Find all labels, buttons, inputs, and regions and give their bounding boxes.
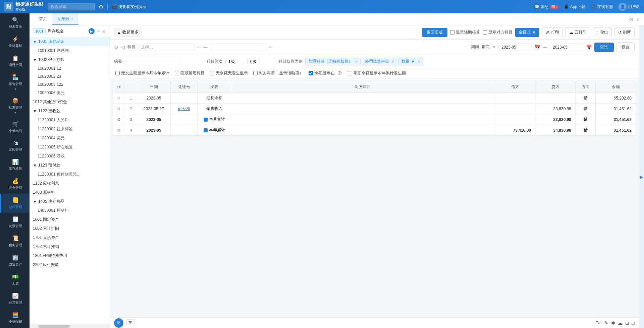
account-item-10020003[interactable]: 10020003 122 — [30, 80, 110, 88]
show-helper-checkbox[interactable]: 显示辅助核算 — [450, 29, 480, 35]
show-helper-input[interactable] — [450, 30, 454, 35]
sidebar-item-expense[interactable]: 🧮 小畅报销 — [0, 308, 30, 327]
account-item-10020002[interactable]: 10020002 23 — [30, 72, 110, 80]
account-item-1012[interactable]: 1012 其他货币资金 — [30, 97, 110, 107]
account-item-11220004[interactable]: 11220004 美元 — [30, 134, 110, 143]
top-search-input[interactable] — [48, 3, 95, 10]
opt-hide-disabled-input[interactable] — [175, 71, 179, 75]
tab-maximize-icon[interactable]: ⤢ — [636, 17, 640, 22]
bottom-icon-4[interactable]: ⊡ — [625, 320, 629, 326]
bottom-icon-5[interactable]: □ — [632, 320, 635, 326]
cloud-print-button[interactable]: ☁ 云打印 — [566, 27, 590, 37]
tab-ledger[interactable]: 明细账 × — [52, 13, 78, 25]
account-item-1801[interactable]: 1801 长期待摊费用 — [30, 251, 110, 260]
opt-period-start[interactable]: 期初余额显示本年累计发生额 — [348, 70, 406, 76]
return-old-button[interactable]: 退回旧版 — [422, 28, 447, 37]
row2-voucher[interactable]: 记-006 — [171, 104, 198, 114]
sidebar-item-project[interactable]: 📋 项目合同 — [0, 52, 30, 71]
opt-period-start-input[interactable] — [348, 71, 352, 75]
period-from-input[interactable] — [498, 44, 532, 51]
bottom-icon-3[interactable]: ☁ — [618, 320, 623, 326]
sidebar-item-management[interactable]: 📈 经营管理 — [0, 289, 30, 308]
sidebar-item-purchase[interactable]: 🛍 采购管理 — [0, 137, 30, 155]
tag-foreign-close[interactable]: × — [392, 59, 394, 64]
account-item-11220001[interactable]: 11220001 人民币 — [30, 116, 110, 125]
subject-to-input[interactable] — [210, 44, 266, 51]
row1-gear[interactable]: ⚙ — [113, 93, 125, 104]
online-service-button[interactable]: 🎧 在线客服 — [591, 4, 613, 10]
opt-single-col[interactable]: 余额显示在一列 — [309, 70, 342, 76]
sidebar-item-wholesale[interactable]: 📦 批发管理 ▼ — [0, 94, 30, 118]
accounts-add-icon[interactable]: ⊕ — [102, 28, 106, 34]
row3-gear[interactable]: ⚙ — [113, 114, 125, 125]
account-item-1405[interactable]: ▼ 1405 库存商品 — [30, 197, 110, 206]
sidebar-item-finance[interactable]: 💰 资金管理 — [0, 175, 30, 194]
bottom-english-label[interactable]: 英 — [126, 319, 135, 326]
subject-input[interactable] — [138, 44, 195, 51]
account-item-1002[interactable]: ▼ 1002 银行存款 — [30, 55, 110, 64]
settings-icon[interactable]: ⚙ — [99, 4, 103, 10]
right-collapse-handle[interactable]: ▶ — [639, 25, 644, 328]
print-button[interactable]: 🖨 打印 — [542, 27, 563, 37]
tag-quantity-close[interactable]: × — [418, 59, 420, 64]
account-item-1702[interactable]: 1702 累计摊销 — [30, 242, 110, 251]
bottom-icon-2[interactable]: ✱ — [611, 320, 615, 326]
export-button[interactable]: ↑ 导出 — [593, 27, 612, 37]
account-item-11230001[interactable]: 11230001 预付款美元… — [30, 170, 110, 179]
show-opposite-checkbox[interactable]: 显示对方科目 — [483, 29, 513, 35]
col-gear[interactable]: ⚙ — [113, 81, 125, 93]
level-to-select[interactable]: 6级 5级 — [247, 58, 260, 65]
sidebar-item-salary[interactable]: 💵 工资 — [0, 270, 30, 289]
account-item-1701[interactable]: 1701 无形资产 — [30, 233, 110, 242]
show-opposite-input[interactable] — [483, 30, 487, 35]
account-item-11220002[interactable]: 11220002 往来标签 — [30, 125, 110, 134]
opt-no-balance[interactable]: 无发生额显示本月本年累计 — [115, 70, 169, 76]
sidebar-item-tax[interactable]: 📜 税务管理 — [0, 232, 30, 251]
account-item-1001[interactable]: ▼ 1001 库存现金 — [30, 37, 110, 46]
user-menu[interactable]: 👤 用户名 — [619, 3, 640, 11]
account-item-14050001[interactable]: 14050001 原材料 — [30, 206, 110, 215]
account-item-10020006[interactable]: 10020006 美元 — [30, 88, 110, 97]
account-item-1132[interactable]: 1132 应收利息 — [30, 179, 110, 188]
opt-hide-disabled[interactable]: 隐藏禁用科目 — [175, 70, 205, 76]
app-download-button[interactable]: 📱 App下载 — [564, 4, 585, 10]
sidebar-item-invoice[interactable]: 🧾 发票管理 — [0, 213, 30, 232]
query-button[interactable]: 查询 — [594, 43, 614, 52]
message-button[interactable]: 💬 消息 99+ — [534, 4, 558, 10]
period-cal-icon[interactable]: 📅 — [535, 45, 540, 50]
account-item-10010001[interactable]: 10010001 哟哟哟 — [30, 46, 110, 55]
tag-normal-close[interactable]: × — [355, 59, 358, 64]
account-item-1122[interactable]: ▼ 1122 应收款 — [30, 107, 110, 116]
period-dropdown-icon[interactable]: ▼ — [492, 45, 496, 49]
opt-no-balance-input[interactable] — [115, 71, 120, 75]
account-item-11220005[interactable]: 11220005 所在地区 — [30, 143, 110, 152]
collapse-more-button[interactable]: ▲ 收起更多 — [114, 28, 142, 37]
account-nav-icon[interactable]: ▶ — [89, 28, 95, 34]
opt-single-col-input[interactable] — [309, 71, 313, 75]
row2-gear[interactable]: ⚙ — [113, 104, 125, 114]
opt-opposite-input[interactable] — [253, 71, 258, 75]
sidebar-item-ledger[interactable]: 📒 总账管理 — [0, 194, 30, 213]
opt-opposite[interactable]: 对方科目（显示辅助项） — [253, 70, 303, 76]
account-item-10020001[interactable]: 10020001 12 — [30, 64, 110, 72]
tab-home[interactable]: 首页 — [34, 13, 52, 25]
account-item-1602[interactable]: 1602 累计折旧 — [30, 224, 110, 233]
account-item-1601[interactable]: 1601 固定资产 — [30, 215, 110, 224]
sidebar-item-search[interactable]: 🔍 搜索菜单 — [0, 13, 30, 32]
filter-scheme-icon[interactable]: ⚙ — [114, 45, 118, 50]
sidebar-item-fixedasset[interactable]: 🏢 固定资产 — [0, 251, 30, 270]
account-item-1123[interactable]: ▼ 1123 预付款 — [30, 161, 110, 170]
tag-quantity-arrow[interactable]: ▼ — [411, 59, 415, 64]
sidebar-item-quicknav[interactable]: ⚡ 快捷导航 — [0, 32, 30, 52]
opt-no-zero-input[interactable] — [210, 71, 214, 75]
filter-collapse-icon[interactable]: ◁ — [121, 45, 125, 50]
sidebar-item-retail[interactable]: 🏪 零售管理 ▼ — [0, 71, 30, 94]
opt-no-zero[interactable]: 无余额无发生显示 — [210, 70, 248, 76]
settings-button[interactable]: 设置 — [616, 42, 635, 52]
refresh-button[interactable]: ↺ 刷新 — [614, 27, 635, 37]
period-cal-icon2[interactable]: 📅 — [586, 45, 592, 50]
row4-gear[interactable]: ⚙ — [113, 125, 125, 136]
level-from-select[interactable]: 1级 2级 3级 — [225, 58, 238, 65]
sidebar-item-inventory[interactable]: 📊 库存核算 — [0, 155, 30, 175]
tab-ledger-close[interactable]: × — [71, 17, 73, 21]
